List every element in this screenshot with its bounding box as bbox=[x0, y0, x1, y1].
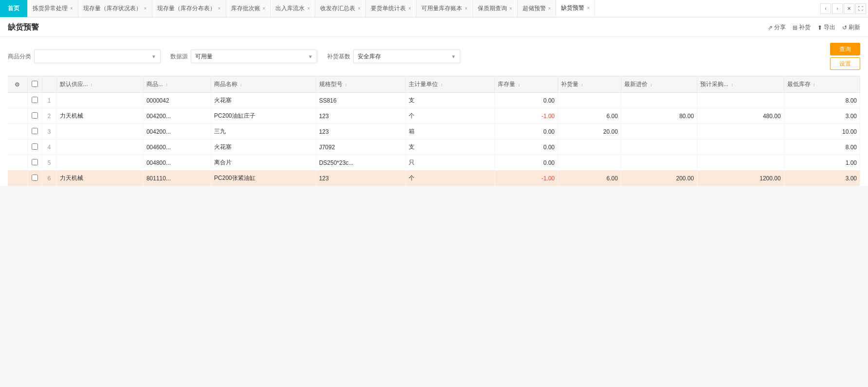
th-goods-name[interactable]: 商品名称 ↕ bbox=[211, 76, 316, 93]
sort-icon: ↕ bbox=[650, 82, 652, 87]
query-button[interactable]: 查询 bbox=[830, 43, 860, 55]
table-container: ⚙ 默认供应... ↕ 商品... ↕ 商品名称 bbox=[0, 76, 868, 186]
row-checkbox[interactable] bbox=[32, 97, 38, 103]
select-all-checkbox[interactable] bbox=[32, 81, 38, 87]
tab-stock-dist[interactable]: 现存量（库存分布表） × bbox=[152, 0, 226, 17]
table-row[interactable]: 4 004600... 火花塞 J7092 支 0.00 8.00 bbox=[8, 140, 860, 155]
row-checkbox[interactable] bbox=[32, 112, 38, 119]
row-spec: SS816 bbox=[316, 93, 406, 108]
filter-actions: 查询 设置 bbox=[830, 43, 860, 70]
close-icon[interactable]: × bbox=[70, 6, 73, 11]
close-icon[interactable]: × bbox=[144, 6, 147, 11]
row-stock: 0.00 bbox=[495, 155, 558, 171]
th-supplier[interactable]: 默认供应... ↕ bbox=[56, 76, 143, 93]
tab-overstock[interactable]: 超储预警 × bbox=[518, 0, 557, 17]
th-restock-label: 补货量 bbox=[561, 81, 579, 88]
th-unit[interactable]: 主计量单位 ↕ bbox=[406, 76, 495, 93]
restock-button[interactable]: ⊞ 补货 bbox=[793, 23, 811, 32]
row-checkbox-cell[interactable] bbox=[27, 108, 42, 124]
restockbase-select[interactable]: 安全库存 ▼ bbox=[353, 50, 460, 63]
close-icon[interactable]: × bbox=[465, 6, 468, 11]
close-icon[interactable]: × bbox=[263, 6, 266, 11]
row-checkbox[interactable] bbox=[32, 175, 38, 181]
refresh-button[interactable]: ↺ 刷新 bbox=[842, 23, 860, 32]
row-stock: 0.00 bbox=[495, 124, 558, 140]
row-checkbox[interactable] bbox=[32, 128, 38, 134]
close-icon[interactable]: × bbox=[307, 6, 310, 11]
th-gear[interactable]: ⚙ bbox=[8, 76, 27, 93]
row-spec: 123 bbox=[316, 171, 406, 186]
th-stock[interactable]: 库存量 ↕ bbox=[495, 76, 558, 93]
row-checkbox-cell[interactable] bbox=[27, 124, 42, 140]
gear-icon[interactable]: ⚙ bbox=[15, 81, 20, 88]
tab-prev-button[interactable]: ‹ bbox=[820, 3, 831, 14]
close-icon[interactable]: × bbox=[218, 6, 221, 11]
table-row[interactable]: 5 004800... 离合片 DS250*23c... 只 0.00 1.00 bbox=[8, 155, 860, 171]
row-checkbox-cell[interactable] bbox=[27, 171, 42, 186]
tab-batch-account[interactable]: 库存批次账 × bbox=[226, 0, 271, 17]
table-row[interactable]: 2 力天机械 004200... PC200油缸庄子 123 个 -1.00 6… bbox=[8, 108, 860, 124]
category-select[interactable]: ▼ bbox=[34, 50, 161, 63]
tab-next-button[interactable]: › bbox=[832, 3, 843, 14]
tab-home[interactable]: 首页 bbox=[0, 0, 28, 17]
tab-summary[interactable]: 收发存汇总表 × bbox=[315, 0, 366, 17]
row-gear-cell bbox=[8, 171, 27, 186]
share-button[interactable]: ⇗ 分享 bbox=[768, 23, 786, 32]
tab-stock-status[interactable]: 现存量（库存状况表） × bbox=[78, 0, 152, 17]
row-latest-price bbox=[621, 155, 697, 171]
category-label: 商品分类 bbox=[8, 53, 31, 61]
th-latest-price[interactable]: 最新进价 ↕ bbox=[621, 76, 697, 93]
row-spec: 123 bbox=[316, 108, 406, 124]
row-goods-code: 004200... bbox=[143, 108, 211, 124]
row-goods-name: PC200张紧油缸 bbox=[211, 171, 316, 186]
th-spec[interactable]: 规格型号 ↕ bbox=[316, 76, 406, 93]
tab-picking[interactable]: 拣货异常处理 × bbox=[28, 0, 78, 17]
header-actions: ⇗ 分享 ⊞ 补货 ⬆ 导出 ↺ 刷新 bbox=[768, 23, 860, 32]
datasource-select[interactable]: 可用量 ▼ bbox=[191, 50, 317, 63]
row-min-stock: 10.00 bbox=[784, 124, 860, 140]
row-checkbox[interactable] bbox=[32, 159, 38, 165]
sort-icon: ↕ bbox=[518, 82, 521, 87]
row-checkbox[interactable] bbox=[32, 143, 38, 150]
tab-close-button[interactable]: ✕ bbox=[844, 3, 854, 14]
close-icon[interactable]: × bbox=[548, 6, 551, 11]
row-restock bbox=[558, 93, 621, 108]
table-row[interactable]: 6 力天机械 801110... PC200张紧油缸 123 个 -1.00 6… bbox=[8, 171, 860, 186]
th-supplier-label: 默认供应... bbox=[60, 81, 88, 88]
row-index: 1 bbox=[42, 93, 56, 108]
row-unit: 只 bbox=[406, 155, 495, 171]
close-icon[interactable]: × bbox=[358, 6, 361, 11]
share-icon: ⇗ bbox=[768, 24, 773, 31]
close-icon[interactable]: × bbox=[408, 6, 411, 11]
sort-icon: ↕ bbox=[441, 82, 443, 87]
th-goods-code[interactable]: 商品... ↕ bbox=[143, 76, 211, 93]
settings-button[interactable]: 设置 bbox=[830, 57, 860, 70]
tab-available-stock[interactable]: 可用量库存账本 × bbox=[416, 0, 473, 17]
tab-shortage[interactable]: 缺货预警 × bbox=[556, 0, 595, 17]
table-row[interactable]: 3 004200... 三九 123 箱 0.00 20.00 10.00 bbox=[8, 124, 860, 140]
row-checkbox-cell[interactable] bbox=[27, 93, 42, 108]
tab-bar: 首页 拣货异常处理 × 现存量（库存状况表） × 现存量（库存分布表） × 库存… bbox=[0, 0, 868, 18]
tab-requisition[interactable]: 要货单统计表 × bbox=[366, 0, 416, 17]
tab-inout-flow[interactable]: 出入库流水 × bbox=[271, 0, 315, 17]
close-icon[interactable]: × bbox=[587, 5, 590, 11]
row-min-stock: 3.00 bbox=[784, 171, 860, 186]
export-button[interactable]: ⬆ 导出 bbox=[817, 23, 835, 32]
row-spec: 123 bbox=[316, 124, 406, 140]
row-index: 4 bbox=[42, 140, 56, 155]
close-icon[interactable]: × bbox=[509, 6, 512, 11]
table-row[interactable]: 1 0000042 火花塞 SS816 支 0.00 8.00 bbox=[8, 93, 860, 108]
th-min-stock[interactable]: 最低库存 ↕ bbox=[784, 76, 860, 93]
th-checkbox[interactable] bbox=[27, 76, 42, 93]
restockbase-value: 安全库存 bbox=[358, 53, 381, 61]
th-estimated-purchase[interactable]: 预计采购... ↕ bbox=[697, 76, 784, 93]
row-checkbox-cell[interactable] bbox=[27, 140, 42, 155]
row-supplier bbox=[56, 124, 143, 140]
tab-expiry[interactable]: 保质期查询 × bbox=[473, 0, 518, 17]
row-checkbox-cell[interactable] bbox=[27, 155, 42, 171]
tab-nav-controls: ‹ › ✕ ⛶ bbox=[818, 3, 868, 14]
row-index: 5 bbox=[42, 155, 56, 171]
row-unit: 支 bbox=[406, 93, 495, 108]
tab-expand-button[interactable]: ⛶ bbox=[855, 3, 866, 14]
th-restock[interactable]: 补货量 ↕ bbox=[558, 76, 621, 93]
